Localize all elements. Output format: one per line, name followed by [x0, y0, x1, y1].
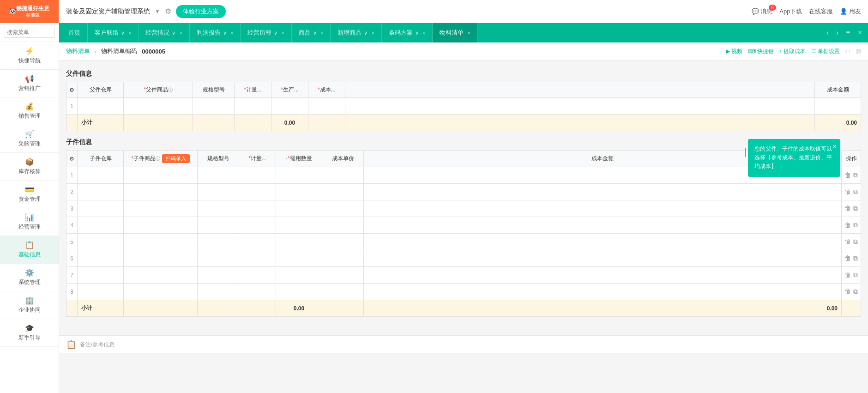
tab-operations-close[interactable]: ×: [179, 30, 182, 36]
tab-profit-close[interactable]: ×: [230, 30, 233, 36]
nav-next-btn[interactable]: ›: [832, 29, 842, 37]
child-spec-3[interactable]: [198, 200, 239, 217]
child-unit-8[interactable]: [239, 284, 276, 300]
child-cost-amount-3[interactable]: [364, 200, 842, 217]
tab-goods[interactable]: 商品 ∨ ×: [292, 23, 331, 42]
action-get-cost[interactable]: ↑ 提取成本: [779, 48, 806, 55]
copy-icon-5[interactable]: ⧉: [853, 238, 858, 246]
sidebar-item-inventory[interactable]: 📦 库存核算: [0, 153, 59, 181]
child-unit-cost-3[interactable]: [322, 200, 364, 217]
child-qty-5[interactable]: [276, 234, 322, 250]
child-unit-6[interactable]: [239, 250, 276, 267]
child-unit-cost-1[interactable]: [322, 167, 364, 184]
delete-icon-1[interactable]: 🗑: [844, 171, 851, 179]
sidebar-item-sales[interactable]: 💰 销售管理: [0, 97, 59, 125]
child-product-8[interactable]: [124, 284, 198, 300]
child-spec-4[interactable]: [198, 217, 239, 234]
tab-new-goods[interactable]: 新增商品 ∨ ×: [331, 23, 381, 42]
child-qty-4[interactable]: [276, 217, 322, 234]
child-warehouse-7[interactable]: [78, 267, 124, 284]
tab-history-close[interactable]: ×: [281, 30, 284, 36]
action-single-settings[interactable]: ☰ 单据设置: [811, 48, 840, 55]
child-unit-7[interactable]: [239, 267, 276, 284]
child-spec-2[interactable]: [198, 184, 239, 200]
child-warehouse-5[interactable]: [78, 234, 124, 250]
child-product-3[interactable]: [124, 200, 198, 217]
copy-icon-6[interactable]: ⧉: [853, 254, 858, 262]
copy-icon-8[interactable]: ⧉: [853, 288, 858, 296]
delete-icon-4[interactable]: 🗑: [844, 221, 851, 229]
tab-bom[interactable]: 物料清单 ×: [433, 23, 477, 42]
delete-icon-3[interactable]: 🗑: [844, 205, 851, 212]
child-unit-cost-7[interactable]: [322, 267, 364, 284]
delete-icon-6[interactable]: 🗑: [844, 254, 851, 262]
child-spec-1[interactable]: [198, 167, 239, 184]
child-unit-1[interactable]: [239, 167, 276, 184]
child-warehouse-6[interactable]: [78, 250, 124, 267]
child-qty-8[interactable]: [276, 284, 322, 300]
parent-spec-cell[interactable]: [193, 98, 235, 115]
sidebar-item-guide[interactable]: 🎓 新手引导: [0, 319, 59, 347]
tab-customers[interactable]: 客户联络 ∨ ×: [88, 23, 139, 42]
parent-cost-cell[interactable]: [308, 98, 345, 115]
tab-new-goods-close[interactable]: ×: [371, 30, 374, 36]
tooltip-close-btn[interactable]: ×: [833, 141, 837, 151]
nav-prev-btn[interactable]: ‹: [823, 29, 832, 37]
child-product-5[interactable]: [124, 234, 198, 250]
parent-product-cell[interactable]: [124, 98, 193, 115]
copy-icon-1[interactable]: ⧉: [853, 171, 858, 179]
app-download-link[interactable]: App下载: [779, 7, 802, 16]
sidebar-item-enterprise[interactable]: 🏢 企业协同: [0, 291, 59, 319]
nav-menu-btn[interactable]: ≡: [842, 29, 854, 37]
child-unit-cost-8[interactable]: [322, 284, 364, 300]
child-warehouse-8[interactable]: [78, 284, 124, 300]
child-unit-5[interactable]: [239, 234, 276, 250]
child-product-1[interactable]: [124, 167, 198, 184]
sidebar-item-purchase[interactable]: 🛒 采购管理: [0, 125, 59, 153]
tab-history[interactable]: 经营历程 ∨ ×: [241, 23, 291, 42]
child-cost-amount-4[interactable]: [364, 217, 842, 234]
breadcrumb-parent[interactable]: 物料清单: [66, 47, 90, 55]
copy-icon-3[interactable]: ⧉: [853, 205, 858, 212]
scan-input-button[interactable]: 扫码录入: [162, 154, 190, 163]
child-unit-4[interactable]: [239, 217, 276, 234]
tab-customers-close[interactable]: ×: [128, 30, 131, 36]
child-col-settings[interactable]: ⚙: [66, 151, 78, 167]
child-unit-2[interactable]: [239, 184, 276, 200]
sidebar-item-quick-nav[interactable]: ⚡ 快捷导航: [0, 42, 59, 70]
sidebar-item-finance[interactable]: 💳 资金管理: [0, 181, 59, 208]
tab-profit[interactable]: 利润报告 ∨ ×: [190, 23, 241, 42]
tab-goods-close[interactable]: ×: [320, 30, 323, 36]
copy-icon-4[interactable]: ⧉: [853, 221, 858, 229]
sidebar-item-marketing[interactable]: 📢 营销推广: [0, 70, 59, 97]
notification-bell[interactable]: 💬 消息 6: [752, 7, 773, 16]
child-cost-amount-2[interactable]: [364, 184, 842, 200]
child-spec-5[interactable]: [198, 234, 239, 250]
delete-icon-8[interactable]: 🗑: [844, 288, 851, 296]
child-cost-amount-6[interactable]: [364, 250, 842, 267]
child-product-2[interactable]: [124, 184, 198, 200]
system-dropdown-arrow[interactable]: ▼: [155, 8, 160, 15]
child-product-4[interactable]: [124, 217, 198, 234]
sidebar-search-input[interactable]: [4, 27, 55, 38]
tab-bom-close[interactable]: ×: [467, 30, 470, 36]
sidebar-item-operations[interactable]: 📊 经营管理: [0, 208, 59, 236]
delete-icon-7[interactable]: 🗑: [844, 271, 851, 279]
child-spec-6[interactable]: [198, 250, 239, 267]
parent-col-settings[interactable]: ⚙: [66, 82, 78, 98]
tab-operations[interactable]: 经营情况 ∨ ×: [139, 23, 189, 42]
trial-button[interactable]: 体验行业方案: [176, 5, 226, 18]
tab-home[interactable]: 首页: [61, 23, 88, 42]
nav-close-all-btn[interactable]: ×: [854, 29, 866, 37]
child-spec-8[interactable]: [198, 284, 239, 300]
settings-gear-icon[interactable]: ⚙: [165, 7, 171, 16]
action-view[interactable]: ▶ 视频: [726, 48, 742, 55]
child-qty-7[interactable]: [276, 267, 322, 284]
parent-production-cell[interactable]: [271, 98, 308, 115]
child-unit-cost-4[interactable]: [322, 217, 364, 234]
child-cost-amount-8[interactable]: [364, 284, 842, 300]
child-warehouse-2[interactable]: [78, 184, 124, 200]
child-cost-amount-5[interactable]: [364, 234, 842, 250]
child-warehouse-1[interactable]: [78, 167, 124, 184]
parent-cost-amount-cell[interactable]: [815, 98, 861, 115]
